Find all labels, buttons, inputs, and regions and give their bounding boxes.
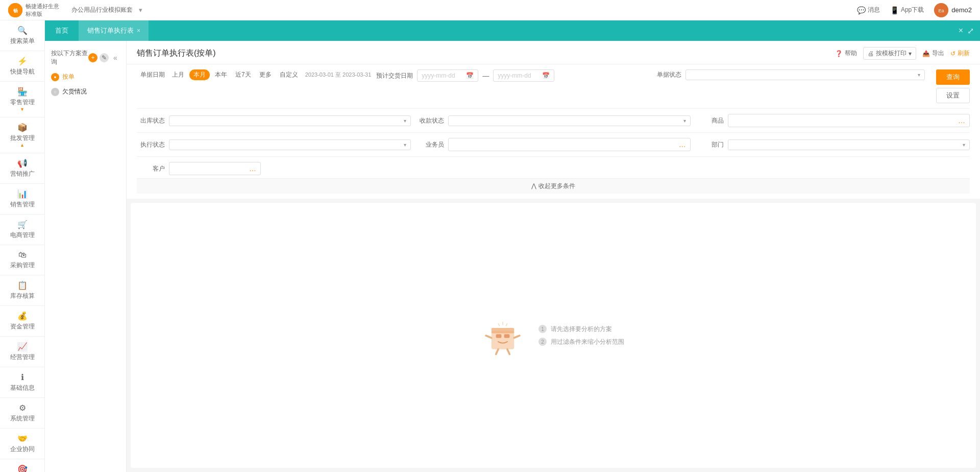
empty-tip-1: 1 请先选择要分析的方案 bbox=[538, 325, 624, 334]
tip-num-2: 2 bbox=[538, 338, 547, 346]
salesperson-select[interactable]: … bbox=[448, 138, 690, 151]
sidebar-item-basic[interactable]: ℹ 基础信息 bbox=[0, 367, 44, 398]
help-icon: ❓ bbox=[835, 50, 843, 57]
export-button[interactable]: 📤 导出 bbox=[922, 49, 944, 58]
sidebar-item-quick-nav[interactable]: ⚡ 快捷导航 bbox=[0, 51, 44, 82]
sidebar-item-ecommerce[interactable]: 🛒 电商管理 bbox=[0, 215, 44, 245]
message-icon: 💬 bbox=[857, 6, 866, 14]
avatar: Ea bbox=[934, 3, 948, 17]
sidebar: 🔍 搜索菜单 ⚡ 快捷导航 🏪 零售管理 ▼ 📦 批发管理 ▲ 📢 营销推广 📊… bbox=[0, 20, 45, 472]
dept-select[interactable]: ▾ bbox=[728, 139, 970, 150]
goods-group: 商品 … bbox=[696, 114, 970, 127]
breadcrumb-arrow-icon[interactable]: ▾ bbox=[139, 6, 142, 14]
calendar-start-icon: 📅 bbox=[466, 72, 474, 79]
content-area: 首页 销售订单执行表 × × ⤢ 按以下方案查询 + ✎ « bbox=[45, 20, 980, 472]
collapse-panel-button[interactable]: « bbox=[111, 53, 120, 62]
retail-expand-icon: ▼ bbox=[20, 107, 24, 112]
window-maximize-icon[interactable]: ⤢ bbox=[967, 26, 974, 36]
tab-home[interactable]: 首页 bbox=[45, 20, 79, 41]
logo-icon: 畅 bbox=[8, 3, 22, 17]
app-download-button[interactable]: 📱 App下载 bbox=[890, 6, 924, 14]
customer-group: 客户 … bbox=[137, 162, 261, 175]
date-tab-this-year[interactable]: 本年 bbox=[212, 69, 230, 80]
print-dropdown-icon: ▾ bbox=[909, 50, 912, 57]
left-panel: 按以下方案查询 + ✎ « ● 按单 ○ 欠货情况 bbox=[45, 41, 127, 472]
window-close-icon[interactable]: × bbox=[959, 26, 963, 35]
collapse-filters-button[interactable]: ⋀ 收起更多条件 bbox=[137, 178, 970, 194]
date-separator: — bbox=[482, 72, 489, 80]
sidebar-item-finance[interactable]: 💰 资金管理 bbox=[0, 306, 44, 337]
ecommerce-icon: 🛒 bbox=[17, 220, 28, 229]
date-tab-more[interactable]: 更多 bbox=[256, 69, 275, 80]
tab-bar-right: × ⤢ bbox=[959, 26, 980, 36]
delivery-status-group: 出库状态 ▾ bbox=[137, 114, 411, 127]
svg-rect-5 bbox=[492, 327, 514, 333]
message-button[interactable]: 💬 消息 bbox=[857, 6, 880, 14]
scheme-order-icon: ● bbox=[51, 73, 59, 81]
sidebar-item-purchase[interactable]: 🛍 采购管理 bbox=[0, 245, 44, 275]
delivery-status-select[interactable]: ▾ bbox=[169, 115, 411, 126]
settings-button[interactable]: 设置 bbox=[936, 88, 970, 103]
header-left: 畅 畅捷通好生意 标准版 办公用品行业模拟账套 ▾ bbox=[8, 3, 142, 17]
delivery-chevron-icon: ▾ bbox=[404, 118, 406, 124]
order-status-label: 单据状态 bbox=[653, 70, 681, 79]
date-range-display: 2023-03-01 至 2023-03-31 bbox=[305, 71, 372, 79]
retail-icon: 🏪 bbox=[17, 87, 28, 97]
customer-select[interactable]: … bbox=[169, 162, 261, 175]
edit-scheme-button[interactable]: ✎ bbox=[100, 53, 109, 62]
svg-rect-6 bbox=[496, 334, 502, 338]
tab-bar: 首页 销售订单执行表 × × ⤢ bbox=[45, 20, 980, 41]
query-button[interactable]: 查询 bbox=[936, 69, 970, 85]
payment-status-group: 收款状态 ▾ bbox=[416, 114, 690, 127]
left-panel-header: 按以下方案查询 + ✎ « bbox=[45, 46, 126, 69]
export-icon: 📤 bbox=[922, 50, 930, 57]
date-tab-this-month[interactable]: 本月 bbox=[189, 69, 210, 80]
sidebar-item-enterprise[interactable]: 🤝 企业协同 bbox=[0, 429, 44, 459]
scheme-item-order[interactable]: ● 按单 bbox=[45, 69, 126, 84]
order-status-chevron-icon: ▾ bbox=[918, 72, 920, 78]
scheme-item-shortage[interactable]: ○ 欠货情况 bbox=[45, 84, 126, 99]
enterprise-icon: 🤝 bbox=[17, 434, 28, 443]
left-panel-title: 按以下方案查询 bbox=[51, 49, 88, 66]
left-panel-actions: + ✎ « bbox=[88, 53, 120, 62]
logo-text: 畅捷通好生意 标准版 bbox=[26, 3, 59, 17]
sidebar-item-search[interactable]: 🔍 搜索菜单 bbox=[0, 20, 44, 51]
action-buttons: 查询 设置 bbox=[936, 69, 970, 103]
expected-date-end-input[interactable]: yyyy-mm-dd 📅 bbox=[493, 69, 554, 82]
calendar-end-icon: 📅 bbox=[542, 72, 550, 79]
svg-line-10 bbox=[496, 349, 498, 354]
date-tab-last-month[interactable]: 上月 bbox=[169, 69, 187, 80]
refresh-button[interactable]: ↺ 刷新 bbox=[950, 49, 970, 58]
logo-area: 畅 畅捷通好生意 标准版 bbox=[8, 3, 59, 17]
tab-close-icon[interactable]: × bbox=[137, 27, 140, 34]
date-tab-7days[interactable]: 近7天 bbox=[232, 69, 254, 80]
expected-date-start-input[interactable]: yyyy-mm-dd 📅 bbox=[417, 69, 478, 82]
svg-line-9 bbox=[514, 336, 520, 338]
tab-active[interactable]: 销售订单执行表 × bbox=[79, 20, 149, 41]
page-header-actions: ❓ 帮助 🖨 按模板打印 ▾ 📤 导出 ↺ bbox=[835, 47, 970, 60]
user-menu[interactable]: Ea demo2 bbox=[934, 3, 972, 17]
sidebar-item-system[interactable]: ⚙ 系统管理 bbox=[0, 398, 44, 429]
sidebar-item-retail[interactable]: 🏪 零售管理 ▼ bbox=[0, 82, 44, 117]
empty-tip-2: 2 用过滤条件来缩小分析范围 bbox=[538, 338, 624, 346]
svg-line-13 bbox=[506, 323, 507, 326]
sidebar-item-inventory[interactable]: 📋 库存核算 bbox=[0, 275, 44, 306]
print-button[interactable]: 🖨 按模板打印 ▾ bbox=[863, 47, 916, 60]
date-tab-custom[interactable]: 自定义 bbox=[277, 69, 301, 80]
svg-line-8 bbox=[486, 336, 492, 338]
payment-status-select[interactable]: ▾ bbox=[448, 115, 690, 126]
help-button[interactable]: ❓ 帮助 bbox=[835, 49, 857, 58]
order-status-select[interactable]: ▾ bbox=[685, 69, 925, 80]
goods-select[interactable]: … bbox=[728, 114, 970, 127]
exec-status-select[interactable]: ▾ bbox=[169, 139, 411, 150]
quick-nav-icon: ⚡ bbox=[17, 56, 28, 66]
sidebar-item-sales[interactable]: 📊 销售管理 bbox=[0, 184, 44, 215]
header-right: 💬 消息 📱 App下载 Ea demo2 bbox=[857, 3, 972, 17]
sidebar-item-operations[interactable]: 📈 经营管理 bbox=[0, 337, 44, 367]
add-scheme-button[interactable]: + bbox=[88, 53, 97, 62]
svg-rect-4 bbox=[492, 331, 514, 349]
sidebar-item-newbie[interactable]: 🎯 新手引导 bbox=[0, 459, 44, 472]
sidebar-item-wholesale[interactable]: 📦 批发管理 ▲ bbox=[0, 117, 44, 153]
sidebar-item-marketing[interactable]: 📢 营销推广 bbox=[0, 153, 44, 184]
expected-date-group: 预计交货日期 yyyy-mm-dd 📅 — yyyy-mm-dd 📅 bbox=[376, 69, 648, 82]
